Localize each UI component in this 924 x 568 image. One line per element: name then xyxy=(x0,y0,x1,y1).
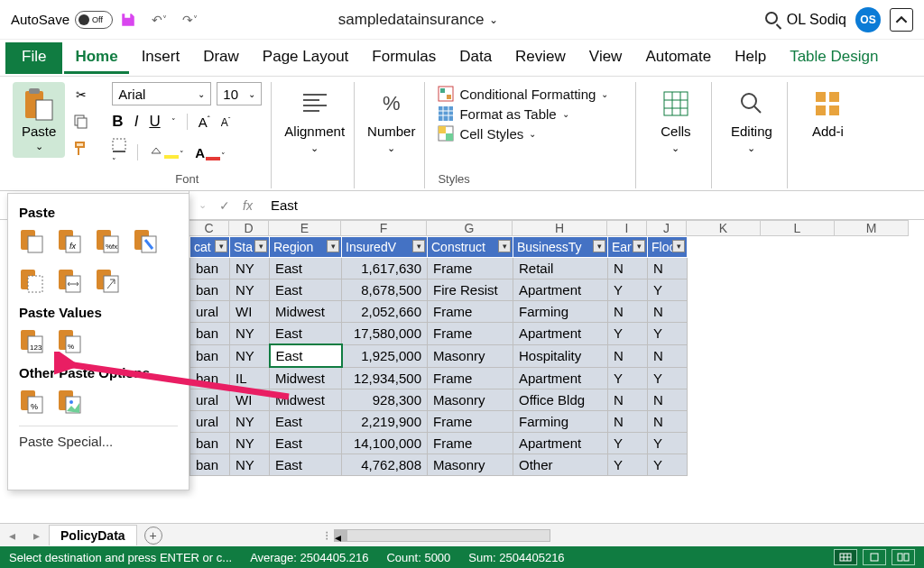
grow-font-icon[interactable]: Aˆ xyxy=(199,115,210,130)
italic-button[interactable]: I xyxy=(134,113,139,131)
paste-formatting-icon[interactable]: % xyxy=(19,388,44,415)
col-header[interactable]: M xyxy=(835,220,909,236)
table-row[interactable]: banNYEast1,617,630FrameRetailNN xyxy=(190,258,688,279)
svg-rect-4 xyxy=(78,118,87,128)
number-button[interactable]: % Number ⌄ xyxy=(367,82,415,154)
avatar[interactable]: OS xyxy=(855,7,881,32)
font-size-select[interactable]: 10⌄ xyxy=(217,82,262,105)
col-header[interactable]: J xyxy=(647,220,687,236)
col-header-cat[interactable]: cat▾ xyxy=(190,237,230,258)
cells-button[interactable]: Cells⌄ xyxy=(660,82,692,154)
format-as-table-button[interactable]: Format as Table ⌄ xyxy=(438,105,608,122)
horizontal-scrollbar[interactable]: ⁝◂ xyxy=(162,528,924,543)
paste-button[interactable]: Paste ⌄ xyxy=(13,82,65,158)
col-header-insured[interactable]: InsuredV▾ xyxy=(342,237,428,258)
page-break-view-icon[interactable] xyxy=(892,549,915,565)
col-header[interactable]: G xyxy=(427,220,513,236)
paste-special-button[interactable]: Paste Special... xyxy=(19,426,178,449)
shrink-font-icon[interactable]: Aˇ xyxy=(221,115,231,129)
tab-data[interactable]: Data xyxy=(448,42,503,74)
borders-icon[interactable]: ˅ xyxy=(112,138,126,167)
tab-draw[interactable]: Draw xyxy=(192,42,250,74)
cut-icon[interactable]: ✂ xyxy=(72,86,90,104)
sheet-prev-icon[interactable]: ◂ xyxy=(0,528,24,543)
col-header[interactable]: L xyxy=(761,220,835,236)
autosave-toggle[interactable]: Off xyxy=(75,11,113,29)
save-icon[interactable] xyxy=(118,10,138,30)
paste-values-number-icon[interactable]: % xyxy=(57,327,82,354)
add-sheet-button[interactable]: + xyxy=(144,527,162,545)
cancel-formula-icon[interactable]: ⌄ xyxy=(199,199,207,211)
cells-icon xyxy=(660,87,692,120)
cell-styles-button[interactable]: Cell Styles ⌄ xyxy=(438,125,608,142)
tab-file[interactable]: File xyxy=(5,42,62,74)
col-header-construct[interactable]: Construct▾ xyxy=(428,237,513,258)
tab-insert[interactable]: Insert xyxy=(131,42,191,74)
font-color-icon[interactable]: A˅ xyxy=(195,145,226,160)
col-header-business[interactable]: BusinessTy▾ xyxy=(513,237,608,258)
col-header[interactable]: C xyxy=(189,220,229,236)
underline-button[interactable]: U xyxy=(149,113,160,131)
cell-styles-icon xyxy=(438,125,454,142)
conditional-formatting-button[interactable]: Conditional Formatting ⌄ xyxy=(438,86,608,102)
svg-point-27 xyxy=(742,94,756,108)
svg-text:%: % xyxy=(31,402,38,411)
col-header[interactable]: H xyxy=(513,220,607,236)
search-icon[interactable] xyxy=(765,12,778,27)
tab-page-layout[interactable]: Page Layout xyxy=(252,42,359,74)
fx-icon[interactable]: fx xyxy=(243,198,253,213)
redo-icon[interactable]: ↷˅ xyxy=(180,10,199,30)
sheet-next-icon[interactable]: ▸ xyxy=(24,528,49,543)
paste-all-icon[interactable] xyxy=(19,227,44,254)
tab-automate[interactable]: Automate xyxy=(634,42,722,74)
formula-value[interactable]: East xyxy=(262,197,307,213)
paste-formulas-icon[interactable]: fx xyxy=(57,227,82,254)
page-layout-view-icon[interactable] xyxy=(863,549,886,565)
paste-values-icon[interactable]: 123 xyxy=(19,327,44,354)
col-header-region[interactable]: Region▾ xyxy=(270,237,342,258)
col-header-ear[interactable]: Ear▾ xyxy=(608,237,648,258)
svg-rect-67 xyxy=(898,554,902,561)
alignment-button[interactable]: Alignment ⌄ xyxy=(284,82,345,154)
paste-transpose-icon[interactable] xyxy=(95,267,120,294)
normal-view-icon[interactable] xyxy=(834,549,857,565)
alignment-group: Alignment ⌄ xyxy=(275,82,355,188)
col-header-flood[interactable]: Floo▾ xyxy=(648,237,688,258)
bold-button[interactable]: B xyxy=(112,113,123,131)
col-header[interactable]: I xyxy=(607,220,647,236)
paste-keep-formatting-icon[interactable] xyxy=(133,227,158,254)
col-header[interactable]: D xyxy=(229,220,269,236)
tab-home[interactable]: Home xyxy=(64,42,128,74)
table-row[interactable]: uralWIMidwest2,052,660FrameFarmingNN xyxy=(190,301,688,323)
document-title[interactable]: sampledatainsurance ⌄ xyxy=(338,11,499,29)
tab-review[interactable]: Review xyxy=(504,42,577,74)
paste-column-width-icon[interactable] xyxy=(57,267,82,294)
col-header[interactable]: E xyxy=(269,220,341,236)
table-row[interactable]: banNYEast4,762,808MasonryOtherYY xyxy=(190,454,688,476)
tab-help[interactable]: Help xyxy=(724,42,777,74)
tab-view[interactable]: View xyxy=(578,42,633,74)
table-row[interactable]: banNYEast8,678,500Fire ResistApartmentYY xyxy=(190,279,688,301)
format-painter-icon[interactable] xyxy=(72,140,90,158)
user-name[interactable]: OL Sodiq xyxy=(787,12,846,28)
addins-button[interactable]: Add-i xyxy=(811,82,844,139)
col-header[interactable]: K xyxy=(687,220,761,236)
table-row[interactable]: banNYEast14,100,000FrameApartmentYY xyxy=(190,433,688,454)
svg-rect-21 xyxy=(446,133,453,141)
copy-icon[interactable] xyxy=(72,113,90,131)
font-name-select[interactable]: Arial⌄ xyxy=(112,82,211,105)
sheet-tab[interactable]: PolicyData xyxy=(49,525,137,545)
undo-icon[interactable]: ↶˅ xyxy=(149,10,169,30)
paste-no-borders-icon[interactable] xyxy=(19,267,44,294)
tab-formulas[interactable]: Formulas xyxy=(361,42,447,74)
table-row[interactable]: banNYEast17,580,000FrameApartmentYY xyxy=(190,323,688,345)
fill-color-icon[interactable]: ˅ xyxy=(149,146,184,159)
col-header[interactable]: F xyxy=(341,220,427,236)
editing-button[interactable]: Editing⌄ xyxy=(731,82,772,154)
col-header-state[interactable]: Sta▾ xyxy=(230,237,270,258)
paste-formulas-number-icon[interactable]: %fx xyxy=(95,227,120,254)
enter-formula-icon[interactable]: ✓ xyxy=(219,198,230,213)
table-row[interactable]: uralNYEast2,219,900FrameFarmingNN xyxy=(190,411,688,433)
ribbon-mode-icon[interactable] xyxy=(890,8,913,32)
tab-table-design[interactable]: Table Design xyxy=(779,42,889,74)
